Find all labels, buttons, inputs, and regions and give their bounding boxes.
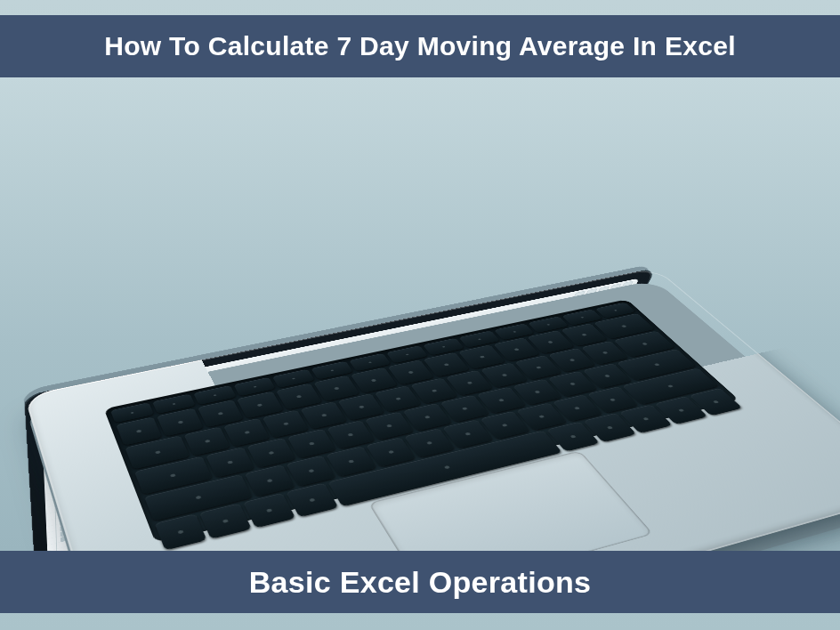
title-text: How To Calculate 7 Day Moving Average In… <box>104 31 736 61</box>
key <box>246 438 295 468</box>
key <box>516 403 567 431</box>
key <box>366 437 416 467</box>
ribbon-button <box>137 380 149 391</box>
key <box>286 483 338 518</box>
key <box>223 418 270 447</box>
key <box>125 435 190 469</box>
subtitle-banner: Basic Excel Operations <box>0 551 840 613</box>
key <box>116 416 162 445</box>
key <box>442 420 493 448</box>
key <box>184 427 230 456</box>
key <box>243 493 295 528</box>
key <box>199 503 252 538</box>
key <box>365 412 414 440</box>
title-banner: How To Calculate 7 Day Moving Average In… <box>0 15 840 77</box>
key <box>155 513 207 550</box>
key <box>286 456 335 487</box>
key <box>690 388 743 416</box>
key <box>546 422 600 452</box>
subtitle-text: Basic Excel Operations <box>249 565 592 600</box>
ribbon-button <box>152 377 165 388</box>
key <box>440 395 489 423</box>
key <box>327 446 376 476</box>
tutorial-card: 100500 100500 <box>0 0 840 630</box>
key <box>583 413 636 442</box>
trackpad <box>368 450 654 551</box>
key <box>403 403 452 431</box>
key <box>655 396 708 424</box>
key <box>552 394 602 422</box>
key <box>619 405 673 433</box>
key <box>301 401 348 429</box>
key <box>110 402 154 423</box>
key <box>327 420 376 448</box>
key <box>134 456 213 495</box>
key-row-5 <box>155 388 743 550</box>
key <box>206 447 254 477</box>
hero-illustration: 100500 100500 <box>0 77 840 551</box>
